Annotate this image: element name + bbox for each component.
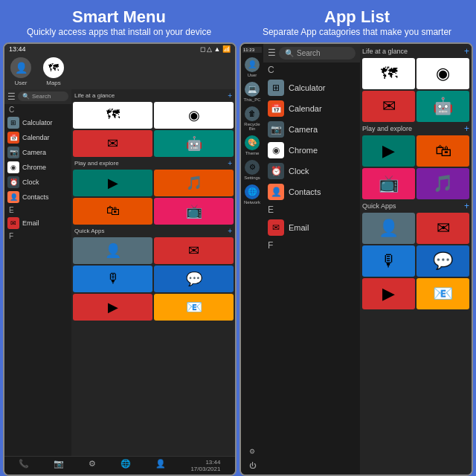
right-tile-play[interactable]: ▶ bbox=[362, 135, 415, 167]
maps-icon-item[interactable]: 🗺 Maps bbox=[43, 57, 64, 86]
full-email-icon: ✉ bbox=[268, 219, 284, 236]
right-tile-tv[interactable]: 📺 bbox=[362, 168, 415, 199]
tile-play[interactable]: ▶ bbox=[73, 170, 152, 196]
globe-bottom-icon[interactable]: 🌐 bbox=[120, 459, 131, 472]
menu-item-contacts[interactable]: 👤 Contacts bbox=[4, 190, 71, 205]
right-quick-plus[interactable]: + bbox=[464, 201, 469, 211]
side-network-icon: 🌐 bbox=[245, 184, 260, 199]
right-tile-email2[interactable]: ✉ bbox=[416, 213, 469, 244]
full-menu-clock[interactable]: ⏰ Clock bbox=[263, 161, 360, 181]
tile-messages[interactable]: 💬 bbox=[154, 266, 234, 292]
life-glance-tiles: 🗺 ◉ ✉ 🤖 bbox=[73, 102, 234, 157]
right-tile-messages[interactable]: 💬 bbox=[416, 245, 469, 277]
right-tile-email[interactable]: ✉ bbox=[362, 91, 415, 122]
full-clock-label: Clock bbox=[289, 167, 309, 176]
side-user[interactable]: 👤 User bbox=[245, 57, 260, 77]
right-tile-shop[interactable]: 🛍 bbox=[416, 135, 469, 167]
life-glance-label: Life at a glance bbox=[74, 92, 115, 99]
right-tile-email3[interactable]: 📧 bbox=[416, 278, 469, 309]
hamburger-icon[interactable]: ☰ bbox=[7, 91, 16, 102]
full-section-f: F bbox=[263, 238, 360, 253]
tile-youtube[interactable]: ▶ bbox=[73, 294, 152, 321]
right-life-label: Life at a glance bbox=[362, 48, 408, 55]
full-list-header: ☰ 🔍 Search bbox=[263, 44, 360, 62]
tile-user[interactable]: 👤 bbox=[73, 237, 152, 264]
tile-email2[interactable]: ✉ bbox=[154, 237, 234, 264]
full-menu-calendar[interactable]: 📅 Calendar bbox=[263, 98, 360, 119]
tile-tv[interactable]: 📺 bbox=[154, 198, 234, 225]
menu-header: ☰ 🔍 Search bbox=[4, 89, 71, 104]
bottom-gear-icon[interactable]: ⚙ bbox=[249, 448, 255, 457]
side-icons-strip: 11:23 👤 User 💻 This_PC 🗑 Recycle Bin 🎨 T… bbox=[241, 44, 263, 475]
menu-item-clock[interactable]: ⏰ Clock bbox=[4, 175, 71, 190]
full-clock-icon: ⏰ bbox=[268, 163, 284, 179]
side-settings[interactable]: ⚙ Settings bbox=[244, 160, 260, 180]
user-icon-item[interactable]: 👤 User bbox=[10, 57, 31, 86]
settings-bottom-icon[interactable]: ⚙ bbox=[89, 459, 96, 472]
right-tile-youtube[interactable]: ▶ bbox=[362, 278, 415, 309]
tile-maps[interactable]: 🗺 bbox=[73, 102, 152, 129]
bottom-power-icon[interactable]: ⏻ bbox=[249, 462, 256, 472]
right-play-header: Play and explore + bbox=[362, 123, 469, 134]
side-user-icon: 👤 bbox=[245, 57, 260, 72]
user-bottom-icon[interactable]: 👤 bbox=[155, 459, 166, 472]
right-tile-maps[interactable]: 🗺 bbox=[362, 58, 415, 89]
life-glance-plus[interactable]: + bbox=[228, 91, 232, 100]
right-tile-music[interactable]: 🎵 bbox=[416, 168, 469, 199]
menu-item-email[interactable]: ✉ Email bbox=[4, 216, 71, 231]
side-settings-icon: ⚙ bbox=[245, 160, 260, 175]
full-menu-calculator[interactable]: ⊞ Calculator bbox=[263, 77, 360, 98]
full-calculator-icon: ⊞ bbox=[268, 80, 284, 96]
full-menu-email[interactable]: ✉ Email bbox=[263, 217, 360, 238]
quick-apps-plus[interactable]: + bbox=[228, 227, 232, 235]
full-search-box[interactable]: 🔍 Search bbox=[279, 47, 356, 60]
menu-item-calendar[interactable]: 📅 Calendar bbox=[4, 130, 71, 145]
side-recycle[interactable]: 🗑 Recycle Bin bbox=[242, 106, 262, 131]
side-recycle-icon: 🗑 bbox=[245, 106, 260, 121]
full-section-c: C bbox=[263, 62, 360, 77]
left-app-menu: ☰ 🔍 Search C ⊞ Calculator 📅 Calendar bbox=[4, 89, 71, 456]
quick-apps-header: Quick Apps + bbox=[73, 226, 234, 236]
right-app-list-panel: 11:23 👤 User 💻 This_PC 🗑 Recycle Bin 🎨 T… bbox=[239, 42, 473, 476]
right-tile-android[interactable]: 🤖 bbox=[416, 91, 469, 122]
side-network[interactable]: 🌐 Network bbox=[244, 184, 260, 205]
camera-bottom-icon[interactable]: 📷 bbox=[54, 459, 64, 472]
tile-voice[interactable]: 🎙 bbox=[73, 266, 152, 292]
full-hamburger-icon[interactable]: ☰ bbox=[268, 48, 276, 58]
search-icon: 🔍 bbox=[22, 93, 30, 100]
right-tile-chrome[interactable]: ◉ bbox=[416, 58, 469, 89]
side-theme[interactable]: 🎨 Theme bbox=[245, 135, 260, 155]
camera-label: Camera bbox=[22, 149, 46, 156]
menu-item-camera[interactable]: 📷 Camera bbox=[4, 145, 71, 160]
right-tile-user[interactable]: 👤 bbox=[362, 213, 415, 244]
menu-item-calculator[interactable]: ⊞ Calculator bbox=[4, 115, 71, 130]
contacts-icon: 👤 bbox=[7, 191, 19, 203]
full-menu-camera[interactable]: 📷 Camera bbox=[263, 119, 360, 140]
user-label: User bbox=[15, 80, 28, 86]
full-menu-contacts[interactable]: 👤 Contacts bbox=[263, 181, 360, 202]
full-menu-chrome[interactable]: ◉ Chrome bbox=[263, 140, 360, 161]
tile-music[interactable]: 🎵 bbox=[154, 170, 234, 196]
main-content: 13:44 ◻ △ ▲ 📶 👤 User 🗺 Maps bbox=[0, 42, 476, 476]
play-explore-plus[interactable]: + bbox=[228, 159, 232, 167]
full-contacts-label: Contacts bbox=[289, 187, 321, 196]
contacts-label: Contacts bbox=[22, 193, 49, 201]
quick-apps-label: Quick Apps bbox=[74, 228, 104, 234]
side-pc[interactable]: 💻 This_PC bbox=[243, 82, 260, 102]
tile-email[interactable]: ✉ bbox=[73, 130, 152, 157]
menu-search-box[interactable]: 🔍 Search bbox=[18, 91, 68, 101]
side-pc-label: This_PC bbox=[243, 97, 260, 102]
email-label: Email bbox=[22, 219, 39, 227]
phone-icon[interactable]: 📞 bbox=[19, 459, 29, 472]
right-tile-voice[interactable]: 🎙 bbox=[362, 245, 415, 277]
section-e: E bbox=[4, 205, 71, 216]
right-play-plus[interactable]: + bbox=[464, 123, 469, 134]
tile-email3[interactable]: 📧 bbox=[154, 294, 234, 321]
menu-item-chrome[interactable]: ◉ Chrome bbox=[4, 160, 71, 175]
tile-android[interactable]: 🤖 bbox=[154, 130, 234, 157]
tile-shop[interactable]: 🛍 bbox=[73, 198, 152, 225]
full-search-placeholder: Search bbox=[297, 49, 321, 57]
tile-chrome[interactable]: ◉ bbox=[154, 102, 234, 129]
full-section-e: E bbox=[263, 202, 360, 217]
right-life-plus[interactable]: + bbox=[464, 46, 469, 57]
